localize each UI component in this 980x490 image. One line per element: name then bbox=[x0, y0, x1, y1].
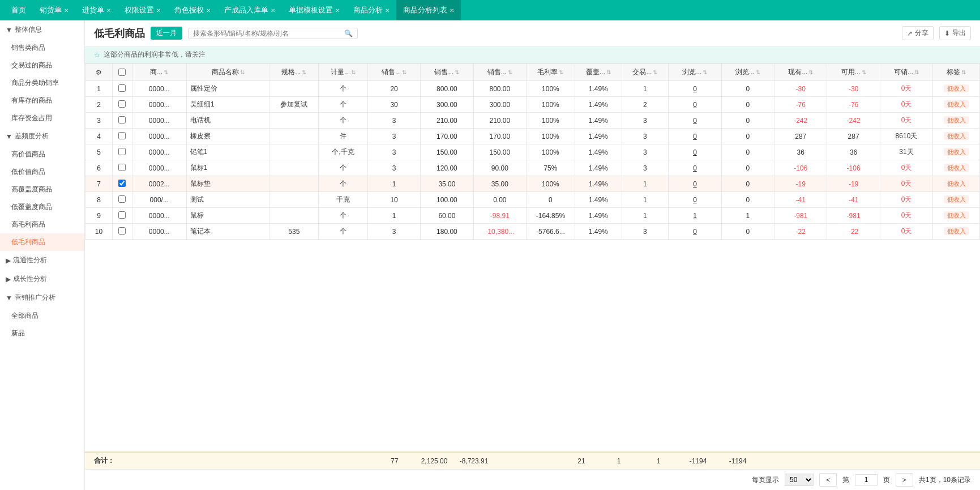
sidebar-group-overall[interactable]: ▼ 整体信息 bbox=[0, 20, 84, 39]
row-name[interactable]: 橡皮擦 bbox=[186, 129, 269, 144]
row-name[interactable]: 笔记本 bbox=[186, 224, 269, 240]
th-unit[interactable]: 计量... ⇅ bbox=[319, 64, 368, 81]
row-view1[interactable]: 0 bbox=[669, 160, 721, 176]
row-checkbox[interactable] bbox=[113, 224, 132, 240]
sidebar-item-all-goods[interactable]: 全部商品 bbox=[0, 307, 84, 325]
th-trans[interactable]: 交易... ⇅ bbox=[622, 64, 669, 81]
row-checkbox[interactable] bbox=[113, 160, 132, 176]
row-select-checkbox[interactable] bbox=[118, 211, 126, 219]
row-checkbox[interactable] bbox=[113, 81, 132, 97]
next-page-button[interactable]: ＞ bbox=[896, 473, 913, 487]
row-view1[interactable]: 0 bbox=[669, 113, 721, 129]
sidebar-item-high-margin[interactable]: 高毛利商品 bbox=[0, 216, 84, 233]
th-sales-gross[interactable]: 销售... ⇅ bbox=[473, 64, 526, 81]
sidebar-item-category-rate[interactable]: 商品分类助销率 bbox=[0, 74, 84, 92]
sidebar-item-high-coverage[interactable]: 高覆盖度商品 bbox=[0, 181, 84, 198]
row-checkbox[interactable] bbox=[113, 208, 132, 224]
row-view1[interactable]: 0 bbox=[669, 129, 721, 144]
row-name[interactable]: 测试 bbox=[186, 192, 269, 208]
row-name[interactable]: 电话机 bbox=[186, 113, 269, 129]
page-number-input[interactable] bbox=[855, 474, 878, 485]
sidebar-item-high-value[interactable]: 高价值商品 bbox=[0, 146, 84, 163]
row-view1[interactable]: 0 bbox=[669, 176, 721, 192]
row-name[interactable]: 鼠标垫 bbox=[186, 176, 269, 192]
sidebar-item-sales-goods[interactable]: 销售类商品 bbox=[0, 39, 84, 57]
row-name[interactable]: 属性定价 bbox=[186, 81, 269, 97]
row-select-checkbox[interactable] bbox=[118, 164, 126, 171]
nav-purchase-close[interactable]: ✕ bbox=[106, 7, 111, 14]
th-code[interactable]: 商... ⇅ bbox=[132, 64, 186, 81]
row-name[interactable]: 吴细细1 bbox=[186, 97, 269, 113]
row-checkbox[interactable] bbox=[113, 113, 132, 129]
row-select-checkbox[interactable] bbox=[118, 195, 126, 203]
th-coverage[interactable]: 覆盖... ⇅ bbox=[575, 64, 622, 81]
nav-role[interactable]: 角色授权 ✕ bbox=[168, 0, 217, 20]
sidebar-item-stock-capital[interactable]: 库存资金占用 bbox=[0, 109, 84, 127]
th-spec[interactable]: 规格... ⇅ bbox=[269, 64, 319, 81]
th-gross-rate[interactable]: 毛利率 ⇅ bbox=[527, 64, 575, 81]
nav-template[interactable]: 单据模板设置 ✕ bbox=[282, 0, 346, 20]
per-page-select[interactable]: 50 100 200 bbox=[785, 474, 814, 486]
sidebar-item-new-goods[interactable]: 新品 bbox=[0, 325, 84, 342]
nav-sales[interactable]: 销货单 ✕ bbox=[33, 0, 75, 20]
row-view1[interactable]: 0 bbox=[669, 192, 721, 208]
prev-page-button[interactable]: ＜ bbox=[819, 473, 837, 487]
nav-product-entry-close[interactable]: ✕ bbox=[271, 7, 275, 14]
period-button[interactable]: 近一月 bbox=[151, 27, 182, 40]
th-sellable[interactable]: 可销... ⇅ bbox=[880, 64, 932, 81]
nav-home[interactable]: 首页 bbox=[5, 0, 33, 20]
sidebar-item-low-margin[interactable]: 低毛利商品 bbox=[0, 233, 84, 251]
nav-permission[interactable]: 权限设置 ✕ bbox=[118, 0, 168, 20]
row-checkbox[interactable] bbox=[113, 176, 132, 192]
row-checkbox[interactable] bbox=[113, 192, 132, 208]
row-name[interactable]: 鼠标 bbox=[186, 208, 269, 224]
share-button[interactable]: ↗ 分享 bbox=[902, 26, 934, 40]
row-select-checkbox[interactable] bbox=[118, 132, 126, 139]
th-sales-price[interactable]: 销售... ⇅ bbox=[421, 64, 473, 81]
th-available[interactable]: 可用... ⇅ bbox=[827, 64, 880, 81]
nav-product-analysis-list[interactable]: 商品分析列表 ✕ bbox=[396, 0, 461, 20]
row-view1[interactable]: 0 bbox=[669, 224, 721, 240]
th-name[interactable]: 商品名称 ⇅ bbox=[186, 64, 269, 81]
nav-product-entry[interactable]: 产成品入库单 ✕ bbox=[217, 0, 282, 20]
search-input[interactable] bbox=[193, 29, 341, 37]
sidebar-item-low-coverage[interactable]: 低覆盖度商品 bbox=[0, 198, 84, 216]
row-name[interactable]: 鼠标1 bbox=[186, 160, 269, 176]
row-checkbox[interactable] bbox=[113, 129, 132, 144]
th-settings[interactable]: ⚙ bbox=[85, 64, 113, 81]
nav-product-analysis-close[interactable]: ✕ bbox=[385, 7, 390, 14]
sidebar-group-growth[interactable]: ▶ 成长性分析 bbox=[0, 270, 84, 288]
sidebar-item-stocked-goods[interactable]: 有库存的商品 bbox=[0, 92, 84, 109]
row-select-checkbox[interactable] bbox=[118, 84, 126, 92]
th-view2[interactable]: 浏览... ⇅ bbox=[721, 64, 774, 81]
row-view1[interactable]: 0 bbox=[669, 97, 721, 113]
nav-role-close[interactable]: ✕ bbox=[206, 7, 211, 14]
nav-product-analysis-list-close[interactable]: ✕ bbox=[450, 7, 454, 14]
sidebar-item-traded-goods[interactable]: 交易过的商品 bbox=[0, 57, 84, 74]
row-view1[interactable]: 0 bbox=[669, 81, 721, 97]
row-select-checkbox[interactable] bbox=[118, 148, 126, 155]
row-checkbox[interactable] bbox=[113, 144, 132, 160]
row-select-checkbox[interactable] bbox=[118, 227, 126, 235]
nav-template-close[interactable]: ✕ bbox=[335, 7, 340, 14]
row-view1[interactable]: 0 bbox=[669, 144, 721, 160]
th-view1[interactable]: 浏览... ⇅ bbox=[669, 64, 721, 81]
row-select-checkbox[interactable] bbox=[118, 116, 126, 123]
nav-purchase[interactable]: 进货单 ✕ bbox=[75, 0, 118, 20]
row-view1[interactable]: 1 bbox=[669, 208, 721, 224]
sidebar-group-flow[interactable]: ▶ 流通性分析 bbox=[0, 251, 84, 270]
th-tag[interactable]: 标签 ⇅ bbox=[933, 64, 980, 81]
sidebar-group-freq[interactable]: ▼ 差频度分析 bbox=[0, 127, 84, 146]
nav-permission-close[interactable]: ✕ bbox=[156, 7, 161, 14]
th-sales-qty[interactable]: 销售... ⇅ bbox=[367, 64, 420, 81]
nav-sales-close[interactable]: ✕ bbox=[64, 7, 69, 14]
select-all-checkbox[interactable] bbox=[118, 69, 126, 76]
sidebar-group-marketing[interactable]: ▼ 营销推广分析 bbox=[0, 288, 84, 307]
sidebar-item-low-value[interactable]: 低价值商品 bbox=[0, 163, 84, 181]
export-button[interactable]: ⬇ 导出 bbox=[939, 26, 971, 40]
row-select-checkbox[interactable] bbox=[118, 180, 126, 187]
nav-product-analysis[interactable]: 商品分析 ✕ bbox=[346, 0, 396, 20]
th-current[interactable]: 现有... ⇅ bbox=[774, 64, 827, 81]
th-checkbox[interactable] bbox=[113, 64, 132, 81]
row-select-checkbox[interactable] bbox=[118, 100, 126, 108]
